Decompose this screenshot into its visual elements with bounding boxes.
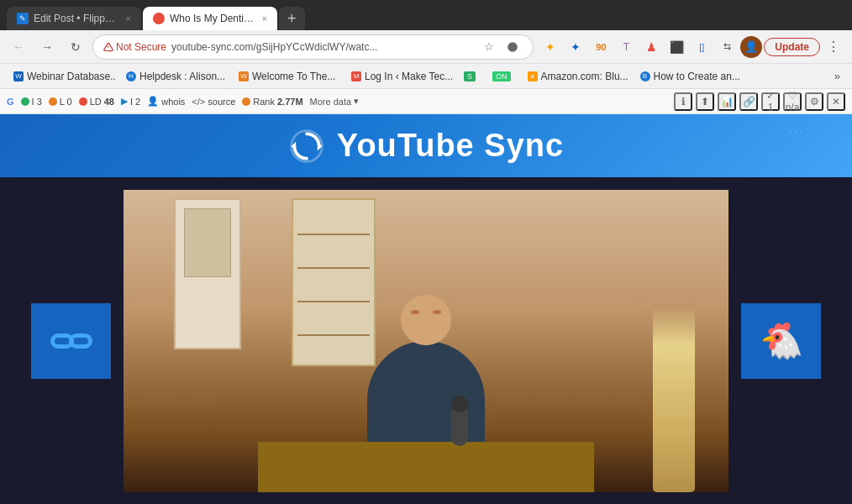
right-eye	[433, 310, 441, 314]
chicken-emoji: 🐔	[760, 320, 803, 361]
seo-source-label: source	[208, 97, 235, 107]
tab-2-close[interactable]: ×	[262, 13, 267, 24]
seo-link-button[interactable]: 🔗	[739, 92, 758, 111]
bookshelf-prop	[292, 198, 376, 366]
bookmark-amazon-label: Amazon.com: Blu...	[541, 71, 628, 82]
ext-arrows-button[interactable]: ⇆	[715, 35, 739, 59]
seo-i-dot	[21, 97, 29, 106]
tab-bar: ✎ Edit Post • Flipper Is Watch... × Who …	[0, 0, 852, 30]
mic-prop	[451, 404, 468, 446]
shelf-row-3	[297, 301, 370, 302]
tab-2-label: Who Is My Dentist? A F...	[170, 13, 257, 24]
bookmark-helpdesk-label: Helpdesk : Alison...	[139, 71, 225, 82]
extension-button[interactable]	[502, 37, 523, 57]
video-container: 🐔	[124, 190, 728, 492]
seo-rank-label: Rank	[253, 97, 275, 107]
bookmarks-bar: W Webinar Database... H Helpdesk : Aliso…	[0, 64, 852, 89]
bookmark-star-button[interactable]: ☆	[479, 37, 499, 57]
page-content: YouTube Sync · · ·	[0, 114, 852, 504]
ext-6-button[interactable]: ⬛	[665, 35, 688, 59]
seo-ld-dot	[79, 97, 87, 106]
bookmark-welcome[interactable]: W Welcome To The...	[232, 68, 341, 85]
seo-rank-item[interactable]: Rank 2.77M	[242, 97, 302, 107]
profile-avatar[interactable]: 👤	[740, 36, 762, 58]
bookmark-welcome-label: Welcome To The...	[252, 71, 335, 82]
bookmark-login-favicon: M	[351, 71, 361, 81]
chain-link-icon	[50, 333, 92, 349]
menu-button[interactable]: ⋮	[822, 35, 845, 59]
sync-icon	[288, 128, 325, 165]
bookmark-webinar[interactable]: W Webinar Database...	[7, 68, 116, 85]
seo-heart-button[interactable]: ♡ n/a	[783, 92, 802, 111]
tab-2[interactable]: Who Is My Dentist? A F... ×	[143, 7, 277, 30]
lamp-prop	[653, 307, 695, 492]
mic-head	[451, 396, 468, 412]
deco-dots: · · ·	[790, 127, 802, 136]
seo-l0-item[interactable]: L 0	[49, 97, 72, 107]
seo-share-button[interactable]: ⬆	[696, 92, 714, 111]
seo-check-button[interactable]: ✓ 1	[761, 92, 780, 111]
seo-l0-label: L 0	[60, 97, 72, 107]
bookmark-howto[interactable]: B How to Create an...	[634, 68, 743, 85]
seo-whois-item[interactable]: 👤 whois	[147, 96, 185, 107]
tab-1[interactable]: ✎ Edit Post • Flipper Is Watch... ×	[7, 7, 141, 30]
video-frame[interactable]	[124, 190, 728, 492]
tab-1-close[interactable]: ×	[126, 13, 131, 24]
bookmark-on[interactable]: ON	[486, 69, 518, 84]
bookmark-webinar-favicon: W	[13, 71, 24, 81]
seo-ld-value: 48	[104, 97, 114, 107]
seo-ld-label: LD	[90, 97, 102, 107]
ext-5-button[interactable]: ♟	[639, 35, 663, 59]
seo-info-button[interactable]: ℹ	[674, 92, 692, 111]
extension-icon	[507, 41, 518, 53]
seo-bl-item[interactable]: ▶ I 2	[121, 96, 140, 107]
bookmark-login[interactable]: M Log In ‹ Make Tec...	[344, 68, 454, 85]
seo-i3-item[interactable]: I 3	[21, 97, 42, 107]
address-bar[interactable]: Not Secure youtube-sync.com/gSijHpYCcWdi…	[92, 34, 534, 60]
reload-button[interactable]: ↻	[64, 35, 87, 59]
ext-1-button[interactable]: ✦	[539, 35, 562, 59]
bookmark-helpdesk-favicon: H	[126, 71, 136, 81]
site-header: YouTube Sync · · ·	[0, 114, 852, 177]
seo-more-label: More data	[310, 97, 352, 107]
ext-2-button[interactable]: ✦	[564, 35, 587, 59]
bookmark-s-label: S	[464, 71, 476, 81]
tab-1-label: Edit Post • Flipper Is Watch...	[34, 13, 121, 24]
seo-more-data-button[interactable]: More data ▾	[310, 96, 360, 107]
shelf-row-2	[297, 267, 370, 269]
site-logo: YouTube Sync	[288, 128, 564, 165]
seo-chart-button[interactable]: 📊	[718, 92, 736, 111]
bookmark-helpdesk[interactable]: H Helpdesk : Alison...	[119, 68, 229, 85]
link-piece-2	[69, 333, 92, 349]
security-text: Not Secure	[116, 41, 166, 53]
ext-7-button[interactable]: []	[690, 35, 713, 59]
seo-rank-value: 2.77M	[277, 97, 303, 107]
seo-settings-button[interactable]: ⚙	[805, 92, 823, 111]
desk-prop	[258, 442, 594, 492]
update-button[interactable]: Update	[764, 38, 820, 56]
bookmark-howto-favicon: B	[640, 71, 650, 81]
bookmark-s[interactable]: S	[457, 69, 482, 84]
seo-more-chevron: ▾	[354, 96, 359, 107]
seo-right-icons: ℹ ⬆ 📊 🔗 ✓ 1 ♡ n/a ⚙ ✕	[674, 92, 845, 111]
shelf-row-1	[297, 234, 370, 235]
left-overlay-panel[interactable]	[31, 303, 111, 379]
seo-ld-item[interactable]: LD 48	[79, 97, 114, 107]
security-indicator: Not Secure	[103, 41, 166, 53]
seo-g-item[interactable]: G	[7, 97, 14, 107]
address-bar-row: ← → ↻ Not Secure youtube-sync.com/gSijHp…	[0, 30, 852, 64]
right-overlay-panel[interactable]: 🐔	[741, 303, 821, 379]
seo-bl-icon: ▶	[121, 96, 128, 107]
forward-button[interactable]: →	[35, 35, 59, 59]
bookmark-amazon[interactable]: a Amazon.com: Blu...	[521, 68, 630, 85]
tab-new[interactable]: +	[279, 7, 305, 30]
seo-source-item[interactable]: </> source	[192, 97, 235, 107]
room-background	[124, 190, 728, 492]
back-button[interactable]: ←	[7, 35, 30, 59]
ext-4-button[interactable]: T	[614, 35, 638, 59]
ext-3-button[interactable]: 90	[589, 35, 613, 59]
seo-close-button[interactable]: ✕	[827, 92, 845, 111]
bookmarks-more-button[interactable]: »	[829, 67, 845, 85]
address-icons: ☆	[479, 37, 523, 57]
person-head	[401, 295, 451, 345]
